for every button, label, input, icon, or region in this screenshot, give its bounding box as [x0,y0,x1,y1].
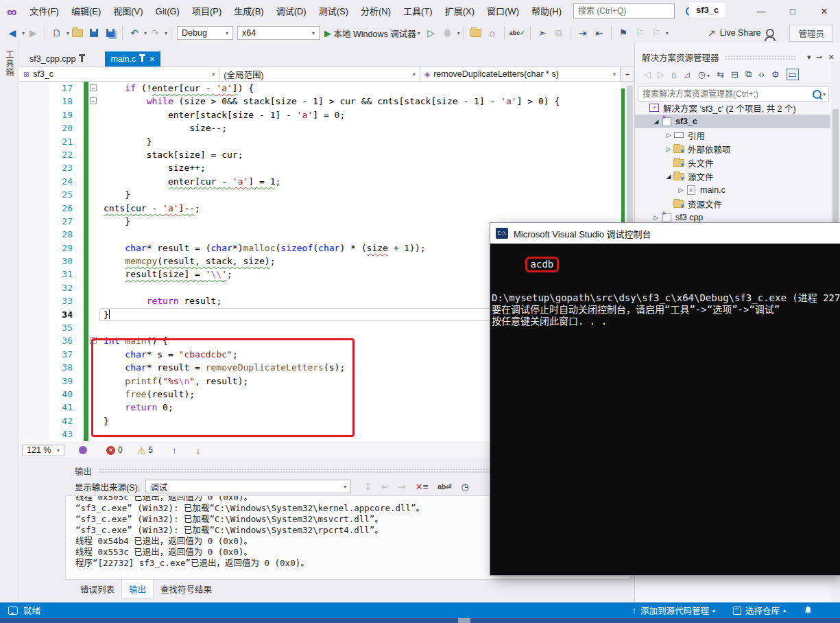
fold-margin[interactable] [88,255,99,268]
minimize-button[interactable]: — [745,0,777,23]
member-dropdown[interactable]: ◈removeDuplicateLetters(char * s)▾ [420,67,621,81]
pin-icon[interactable]: ⊸ [817,53,823,62]
error-count[interactable]: 0 [118,445,123,455]
toolbar-overflow-icon[interactable]: ▾ [666,30,669,36]
code-line[interactable]: 20 size--; [19,121,621,134]
start-without-debugging-icon[interactable]: ▷ [424,26,438,40]
feedback-icon[interactable] [79,446,87,454]
pin-icon[interactable] [81,56,83,62]
code-line[interactable]: 24 enter[cur - 'a'] = 1; [19,175,621,188]
pending-changes-filter-icon[interactable]: ◷▾ [698,69,710,80]
breakpoint-margin[interactable] [19,228,49,241]
menu-item[interactable]: 生成(B) [228,0,269,23]
solution-search-box[interactable]: ▾ [638,86,829,102]
warning-count[interactable]: 5 [148,445,153,455]
breakpoint-margin[interactable] [19,361,49,374]
breakpoint-margin[interactable] [19,215,49,228]
find-in-files-icon[interactable] [469,26,483,40]
scrollbar-thumb[interactable] [832,109,839,226]
breakpoint-margin[interactable] [19,388,49,401]
menu-item[interactable]: 工具(T) [397,0,439,23]
fold-margin[interactable] [88,161,99,174]
jump-to-output-icon[interactable]: ↧ [364,482,372,492]
fold-margin[interactable] [88,188,99,201]
collapsed-arrow-icon[interactable]: ▷ [664,145,673,152]
new-item-dropdown-icon[interactable]: ▾ [67,30,69,36]
next-message-icon[interactable]: ⇒ [398,482,406,492]
tool-tab-查找符号结果[interactable]: 查找符号结果 [154,580,219,598]
fold-margin[interactable] [88,308,99,321]
save-all-icon[interactable] [104,26,117,40]
close-button[interactable]: ✕ [808,0,840,23]
goto-definition-icon[interactable]: ➣ [536,26,549,40]
collapse-all-icon[interactable]: ⊟ [731,69,739,80]
fold-margin[interactable] [88,268,99,281]
breakpoint-margin[interactable] [19,148,49,161]
fold-margin[interactable] [88,281,99,294]
tree-item--[interactable]: ▷▼外部依赖项 [635,142,830,156]
fold-margin[interactable] [88,242,99,255]
navigate-back-icon[interactable]: ◀ [5,26,19,40]
close-tab-icon[interactable]: ✕ [149,55,155,64]
copy-icon[interactable]: ⧉ [552,26,566,40]
collapsed-arrow-icon[interactable]: ▷ [664,132,673,139]
undo-dropdown-icon[interactable]: ▾ [144,30,147,36]
breakpoint-margin[interactable] [19,281,49,294]
code-text[interactable]: size++; [99,161,621,174]
menu-item[interactable]: 扩展(X) [439,0,481,23]
save-icon[interactable] [87,26,101,40]
next-issue-icon[interactable]: ↓ [196,445,201,456]
code-line[interactable]: 19 enter[stack[size - 1] - 'a'] = 0; [19,108,621,121]
code-text[interactable]: cnts[cur - 'a']--; [99,202,621,215]
code-text[interactable]: size--; [99,121,621,134]
code-line[interactable]: 17− if (!enter[cur - 'a']) { [19,82,621,95]
breakpoint-margin[interactable] [19,294,49,307]
tree-item-sf3-cpp[interactable]: ▷sf3 cpp [635,211,830,224]
code-line[interactable]: 21 } [19,135,621,148]
breakpoint-margin[interactable] [19,121,49,134]
expanded-arrow-icon[interactable]: ◢ [664,173,673,180]
notifications-bell-button[interactable] [804,606,813,615]
tree-item--[interactable]: ▷引用 [635,128,830,142]
solution-search-input[interactable] [641,89,813,99]
tree-item--[interactable]: ▼资源文件 [635,197,830,211]
code-line[interactable]: 22 stack[size] = cur; [19,148,621,161]
breakpoint-margin[interactable] [19,82,49,95]
breakpoint-margin[interactable] [19,268,49,281]
forward-icon[interactable]: ▷ [658,69,664,80]
show-all-files-icon[interactable]: ⧉ [745,69,752,80]
switch-views-icon[interactable]: ⊿ [684,69,691,80]
scope-dropdown[interactable]: (全局范围)▾ [219,67,420,81]
code-line[interactable]: 26cnts[cur - 'a']--; [19,202,621,215]
view-code-icon[interactable]: ‹› [758,69,765,80]
zoom-combo[interactable]: 121 %▾ [22,445,64,456]
code-line[interactable]: 23 size++; [19,161,621,174]
fold-margin[interactable] [88,135,99,148]
hot-reload-dropdown-icon[interactable]: ▾ [457,30,460,36]
tree-item--[interactable]: ▼头文件 [635,156,830,169]
next-bookmark-icon[interactable]: ⚐ [649,26,663,40]
start-debugging-button[interactable]: ▶ 本地 Windows 调试器▾ [324,27,420,40]
fold-collapse-icon[interactable]: − [90,84,97,91]
open-file-icon[interactable] [71,26,84,40]
search-input[interactable] [577,5,686,16]
tree-item-main-c[interactable]: ▷cmain.c [635,183,830,197]
clear-all-icon[interactable]: ✕≡ [416,482,429,492]
navigate-forward-icon[interactable]: ▶ [26,26,40,40]
panel-drag-texture[interactable] [725,55,797,60]
prev-message-icon[interactable]: ⇐ [381,482,389,492]
breakpoint-margin[interactable] [19,95,49,108]
tree-item-sf3_c[interactable]: ◢sf3_c [635,115,830,128]
code-text[interactable]: enter[cur - 'a'] = 1; [99,175,621,188]
project-dropdown[interactable]: ⊞sf3_c▾ [19,67,219,81]
menu-item[interactable]: 编辑(E) [65,0,107,23]
breakpoint-margin[interactable] [19,348,49,361]
fold-margin[interactable]: − [88,95,99,108]
menu-item[interactable]: 测试(S) [313,0,355,23]
breakpoint-margin[interactable] [19,108,49,121]
breakpoint-margin[interactable] [19,242,49,255]
prev-bookmark-icon[interactable]: ⚐ [633,26,647,40]
comment-lines-icon[interactable]: ⇤ [592,26,606,40]
document-tab[interactable]: sf3_cpp.cpp [24,51,88,67]
fold-margin[interactable] [88,294,99,307]
